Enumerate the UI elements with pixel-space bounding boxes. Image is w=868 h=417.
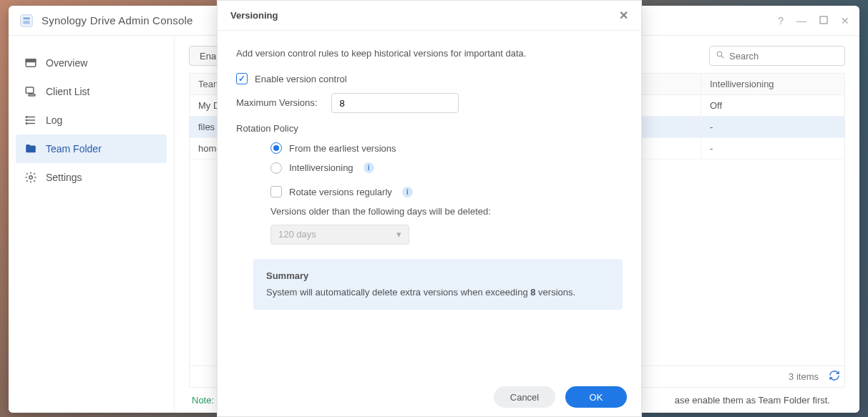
enable-version-checkbox[interactable] bbox=[236, 73, 248, 84]
maximize-icon[interactable] bbox=[819, 15, 828, 26]
help-icon[interactable]: ? bbox=[778, 15, 784, 26]
sidebar-item-label: Client List bbox=[46, 86, 89, 97]
close-icon[interactable]: ✕ bbox=[841, 15, 849, 26]
svg-rect-1 bbox=[23, 17, 29, 19]
note-tail: ase enable them as Team Folder first. bbox=[675, 395, 830, 406]
svg-point-15 bbox=[717, 51, 722, 57]
sidebar-item-clientlist[interactable]: Client List bbox=[16, 77, 167, 106]
sidebar-item-overview[interactable]: Overview bbox=[16, 49, 167, 77]
radio-intelliversioning-label: Intelliversioning bbox=[289, 161, 353, 175]
rotate-regularly-checkbox[interactable] bbox=[270, 186, 282, 197]
radio-earliest[interactable] bbox=[270, 142, 282, 154]
log-icon bbox=[24, 114, 37, 127]
svg-rect-3 bbox=[820, 16, 827, 24]
enable-version-label: Enable version control bbox=[255, 72, 347, 87]
versioning-dialog: Versioning ✕ Add version control rules t… bbox=[217, 0, 642, 417]
summary-box: Summary System will automatically delete… bbox=[253, 259, 623, 310]
app-icon bbox=[19, 13, 34, 29]
svg-point-13 bbox=[26, 123, 27, 124]
ok-button[interactable]: OK bbox=[565, 386, 627, 408]
search-icon bbox=[716, 50, 725, 62]
sidebar-item-label: Team Folder bbox=[46, 143, 102, 154]
sidebar-item-settings[interactable]: Settings bbox=[16, 163, 167, 192]
info-icon[interactable]: i bbox=[402, 187, 413, 197]
rotate-desc: Versions older than the following days w… bbox=[270, 205, 623, 219]
rotate-days-select: 120 days ▾ bbox=[270, 225, 409, 245]
close-icon[interactable]: ✕ bbox=[619, 9, 628, 22]
svg-point-11 bbox=[26, 117, 27, 118]
svg-rect-7 bbox=[29, 94, 35, 96]
svg-rect-6 bbox=[26, 87, 34, 93]
svg-rect-2 bbox=[23, 21, 29, 24]
minimize-icon[interactable]: — bbox=[796, 15, 806, 26]
svg-point-12 bbox=[26, 119, 27, 121]
search-box[interactable] bbox=[709, 46, 845, 66]
radio-intelliversioning[interactable] bbox=[270, 162, 282, 174]
svg-rect-5 bbox=[26, 59, 36, 62]
max-versions-label: Maximum Versions: bbox=[236, 96, 317, 110]
sidebar-item-label: Log bbox=[46, 114, 62, 126]
note-label: Note: bbox=[192, 395, 214, 406]
app-title: Synology Drive Admin Console bbox=[42, 14, 193, 26]
clientlist-icon bbox=[24, 85, 37, 98]
info-icon[interactable]: i bbox=[364, 162, 374, 173]
dialog-title: Versioning bbox=[230, 10, 278, 21]
item-count: 3 items bbox=[789, 371, 819, 382]
summary-title: Summary bbox=[266, 269, 610, 283]
teamfolder-icon bbox=[24, 142, 37, 155]
svg-line-16 bbox=[721, 56, 723, 58]
sidebar-item-teamfolder[interactable]: Team Folder bbox=[16, 134, 167, 163]
sidebar-item-label: Settings bbox=[46, 172, 82, 183]
summary-text: System will automatically delete extra v… bbox=[266, 285, 610, 300]
dialog-description: Add version control rules to keep histor… bbox=[236, 46, 623, 61]
settings-icon bbox=[24, 171, 37, 184]
overview-icon bbox=[24, 57, 37, 69]
rotate-regularly-label: Rotate versions regularly bbox=[289, 185, 392, 200]
sidebar-item-log[interactable]: Log bbox=[16, 106, 167, 134]
sidebar: Overview Client List Log Team Folder Set… bbox=[9, 36, 175, 413]
cancel-button[interactable]: Cancel bbox=[494, 386, 555, 408]
chevron-down-icon: ▾ bbox=[396, 227, 401, 242]
search-input[interactable] bbox=[729, 51, 849, 62]
dialog-header: Versioning ✕ bbox=[218, 1, 641, 31]
sidebar-item-label: Overview bbox=[46, 57, 87, 69]
rotation-policy-label: Rotation Policy bbox=[236, 122, 623, 136]
svg-point-14 bbox=[29, 176, 33, 180]
radio-earliest-label: From the earliest versions bbox=[289, 142, 396, 156]
refresh-icon[interactable] bbox=[829, 370, 840, 383]
col-intelli[interactable]: Intelliversioning bbox=[701, 74, 844, 94]
max-versions-input[interactable] bbox=[331, 93, 459, 113]
